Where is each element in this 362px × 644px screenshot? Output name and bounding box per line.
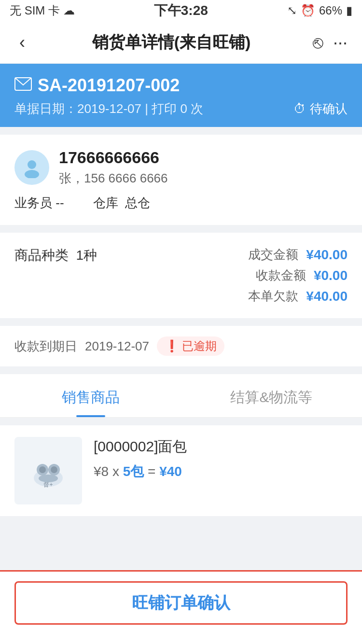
customer-extra-info: 业务员 -- 仓库 总仓 (14, 195, 348, 211)
order-date: 单据日期：2019-12-07 | 打印 0 次 (14, 100, 203, 117)
customer-details: 17666666666 张，156 6666 6666 (59, 148, 168, 187)
unit-price: ¥8 x (94, 464, 123, 479)
battery-level: 66% (319, 4, 342, 17)
deal-amount-row: 成交金额 ¥40.00 (248, 246, 348, 263)
nav-bar: ‹ 销货单详情(来自旺铺) ⎋ ··· (0, 21, 362, 64)
overdue-text: 已逾期 (182, 338, 217, 354)
stats-section: 商品种类 1种 成交金额 ¥40.00 收款金额 ¥0.00 本单欠款 ¥40.… (0, 233, 362, 318)
confirm-order-button[interactable]: 旺铺订单确认 (14, 581, 348, 625)
product-qty: 5包 (123, 464, 144, 479)
equals-sign: = (144, 464, 159, 479)
product-section: 督+ [0000002]面包 ¥8 x 5包 = ¥40 (0, 425, 362, 516)
owed-amount-row: 本单欠款 ¥40.00 (248, 288, 348, 305)
customer-name-info: 张，156 6666 6666 (59, 170, 168, 187)
product-name: [0000002]面包 (94, 437, 348, 457)
product-price: ¥8 x 5包 = ¥40 (94, 462, 348, 481)
location-icon: ⤡ (287, 4, 297, 17)
due-date-label: 收款到期日 (14, 338, 77, 355)
nav-actions: ⎋ ··· (313, 32, 348, 53)
tab-sales-products[interactable]: 销售商品 (0, 374, 181, 417)
due-date-section: 收款到期日 2019-12-07 ❗ 已逾期 (0, 326, 362, 366)
page-title: 销货单详情(来自旺铺) (92, 31, 251, 54)
order-status-text: 待确认 (310, 100, 348, 117)
customer-section: 17666666666 张，156 6666 6666 业务员 -- 仓库 总仓 (0, 135, 362, 225)
avatar (14, 150, 49, 185)
share-icon[interactable]: ⎋ (313, 32, 323, 53)
owed-amount-value: ¥40.00 (306, 289, 348, 304)
deal-amount-label: 成交金额 (248, 246, 298, 263)
svg-point-7 (51, 466, 57, 473)
tabs-section: 销售商品 结算&物流等 (0, 374, 362, 418)
sim-status: 无 SIM 卡 ☁ (10, 3, 75, 18)
received-amount-label: 收款金额 (256, 267, 306, 284)
battery-icon: ▮ (346, 4, 352, 17)
customer-row: 17666666666 张，156 6666 6666 (14, 148, 348, 187)
alarm-icon: ⏰ (301, 4, 315, 17)
tab-settlement-logistics[interactable]: 结算&物流等 (181, 374, 362, 417)
status-right: ⤡ ⏰ 66% ▮ (287, 4, 352, 17)
product-thumbnail: 督+ (14, 437, 82, 504)
product-types: 商品种类 1种 (14, 246, 97, 265)
received-amount-row: 收款金额 ¥0.00 (256, 267, 348, 284)
due-date-value: 2019-12-07 (85, 339, 149, 354)
status-time: 下午3:28 (154, 1, 208, 20)
stats-left: 商品种类 1种 (14, 246, 97, 265)
order-status: ⏱ 待确认 (293, 100, 348, 117)
received-amount-value: ¥0.00 (314, 268, 348, 283)
owed-amount-label: 本单欠款 (248, 288, 298, 305)
deal-amount-value: ¥40.00 (306, 247, 348, 263)
order-meta-row: 单据日期：2019-12-07 | 打印 0 次 ⏱ 待确认 (14, 100, 348, 117)
stats-right: 成交金额 ¥40.00 收款金额 ¥0.00 本单欠款 ¥40.00 (248, 246, 348, 305)
product-info: [0000002]面包 ¥8 x 5包 = ¥40 (94, 437, 348, 481)
order-id-row: SA-20191207-002 (14, 75, 348, 96)
warehouse-info: 仓库 总仓 (93, 195, 150, 211)
confirm-button-wrap: 旺铺订单确认 (0, 570, 362, 644)
customer-phone: 17666666666 (59, 148, 168, 167)
overdue-warning-icon: ❗ (165, 339, 179, 353)
salesman-label: 业务员 -- (14, 195, 64, 211)
more-icon[interactable]: ··· (333, 32, 348, 53)
stats-row: 商品种类 1种 成交金额 ¥40.00 收款金额 ¥0.00 本单欠款 ¥40.… (14, 246, 348, 305)
svg-point-1 (28, 160, 36, 169)
back-button[interactable]: ‹ (14, 28, 30, 57)
order-header-card: SA-20191207-002 单据日期：2019-12-07 | 打印 0 次… (0, 64, 362, 127)
svg-text:督+: 督+ (43, 481, 53, 488)
svg-point-6 (39, 466, 46, 473)
status-bar: 无 SIM 卡 ☁ 下午3:28 ⤡ ⏰ 66% ▮ (0, 0, 362, 21)
order-envelope-icon (14, 77, 32, 95)
overdue-badge: ❗ 已逾期 (157, 336, 224, 356)
status-left: 无 SIM 卡 ☁ (10, 3, 75, 18)
svg-point-2 (25, 170, 39, 178)
clock-icon: ⏱ (293, 101, 306, 116)
order-id-text: SA-20191207-002 (38, 75, 180, 96)
product-total: ¥40 (159, 464, 182, 479)
